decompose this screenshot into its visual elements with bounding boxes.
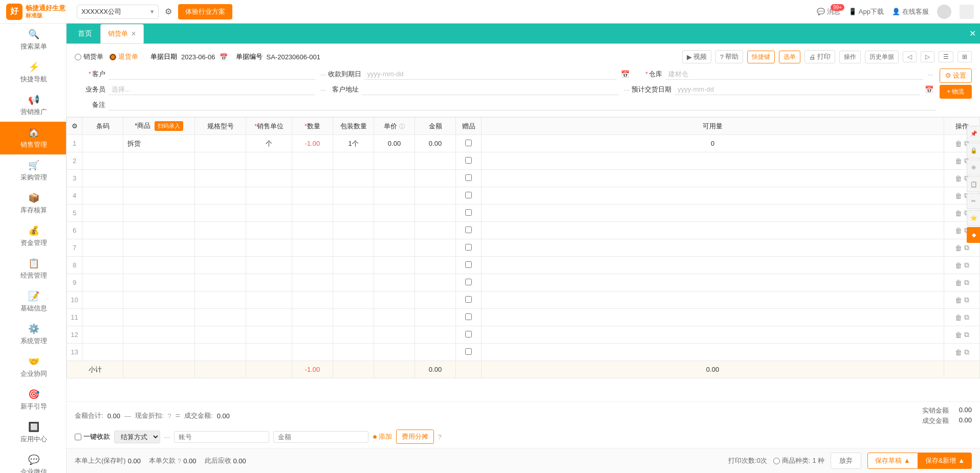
copy-row-btn[interactable]: ⧉ bbox=[964, 348, 969, 356]
delete-row-btn[interactable]: 🗑 bbox=[955, 296, 962, 304]
save-new-btn[interactable]: 保存&新增 ▲ bbox=[918, 453, 972, 469]
history-btn[interactable]: 历史单据 bbox=[865, 51, 899, 63]
sidebar-item-nav[interactable]: ⚡ 快捷导航 bbox=[0, 56, 66, 89]
warehouse-input[interactable] bbox=[665, 69, 923, 80]
cash-discount-help-icon[interactable]: ? bbox=[168, 412, 171, 420]
sidebar-item-guide[interactable]: 🎯 新手引导 bbox=[0, 384, 66, 416]
print-btn[interactable]: 🖨 打印 bbox=[804, 50, 835, 63]
sidebar-item-management[interactable]: 📋 经营管理 bbox=[0, 253, 66, 285]
sidebar-item-basics[interactable]: 📝 基础信息 bbox=[0, 285, 66, 318]
address-more-icon[interactable]: ··· bbox=[622, 86, 631, 94]
delete-row-btn[interactable]: 🗑 bbox=[955, 279, 962, 287]
grid-view-btn[interactable]: ⊞ bbox=[957, 51, 972, 62]
sidebar-item-finance[interactable]: 💰 资金管理 bbox=[0, 220, 66, 253]
gift-checkbox[interactable] bbox=[465, 296, 472, 303]
account-input[interactable] bbox=[174, 431, 269, 443]
delete-row-btn[interactable]: 🗑 bbox=[955, 261, 962, 269]
settings-btn[interactable]: ⚙ 设置 bbox=[940, 69, 972, 83]
radio-sales-input[interactable] bbox=[75, 54, 81, 60]
copy-row-btn[interactable]: ⧉ bbox=[964, 261, 969, 269]
tab-home[interactable]: 首页 bbox=[71, 24, 99, 44]
sidebar-item-inventory[interactable]: 📦 库存核算 bbox=[0, 187, 66, 220]
delete-row-btn[interactable]: 🗑 bbox=[955, 348, 962, 356]
delete-row-btn[interactable]: 🗑 bbox=[955, 192, 962, 200]
gift-checkbox[interactable] bbox=[465, 313, 472, 320]
copy-row-btn[interactable]: ⧉ bbox=[964, 243, 969, 252]
product-type-radio[interactable] bbox=[773, 458, 780, 464]
delete-row-btn[interactable]: 🗑 bbox=[955, 174, 962, 183]
payment-date-input[interactable] bbox=[364, 69, 616, 80]
prev-btn[interactable]: ◁ bbox=[903, 51, 917, 62]
gift-checkbox[interactable] bbox=[465, 192, 472, 198]
gift-checkbox[interactable] bbox=[465, 209, 472, 216]
gift-checkbox[interactable] bbox=[465, 261, 472, 268]
sidebar-item-marketing[interactable]: 📢 营销推广 bbox=[0, 89, 66, 122]
panel-btn-4[interactable]: 📋 bbox=[967, 176, 980, 192]
sidebar-item-system[interactable]: ⚙️ 系统管理 bbox=[0, 318, 66, 351]
panel-btn-7[interactable]: ◆ bbox=[967, 227, 980, 243]
radio-sales[interactable]: 销货单 bbox=[75, 52, 103, 61]
delete-row-btn[interactable]: 🗑 bbox=[955, 140, 962, 148]
expected-date-input[interactable] bbox=[674, 84, 920, 95]
address-input[interactable] bbox=[362, 84, 619, 95]
tab-close-icon[interactable]: ✕ bbox=[131, 30, 136, 37]
col-settings[interactable]: ⚙ bbox=[67, 118, 82, 135]
delete-row-btn[interactable]: 🗑 bbox=[955, 157, 962, 165]
sidebar-item-collab[interactable]: 🤝 企业协同 bbox=[0, 351, 66, 384]
delete-row-btn[interactable]: 🗑 bbox=[955, 313, 962, 322]
warehouse-more-icon[interactable]: ··· bbox=[926, 71, 935, 78]
remark-input[interactable] bbox=[108, 99, 935, 110]
gift-checkbox[interactable] bbox=[465, 227, 472, 233]
logistics-btn[interactable]: + 物流 bbox=[940, 85, 972, 99]
discard-btn[interactable]: 放弃 bbox=[831, 453, 861, 469]
app-download-button[interactable]: 📱 App下载 bbox=[848, 7, 884, 16]
panel-btn-1[interactable]: 📌 bbox=[967, 126, 980, 142]
copy-row-btn[interactable]: ⧉ bbox=[964, 278, 969, 287]
gift-checkbox[interactable] bbox=[465, 348, 472, 355]
delete-row-btn[interactable]: 🗑 bbox=[955, 331, 962, 339]
gift-checkbox[interactable] bbox=[465, 244, 472, 251]
avatar[interactable] bbox=[937, 5, 951, 19]
customer-more-icon[interactable]: ··· bbox=[318, 71, 328, 78]
payment-calendar-icon[interactable]: 📅 bbox=[619, 70, 631, 78]
salesperson-more-icon[interactable]: ··· bbox=[318, 86, 328, 94]
short-help-icon[interactable]: ? bbox=[178, 457, 181, 465]
save-draft-btn[interactable]: 保存草稿 ▲ bbox=[867, 453, 918, 469]
radio-return-input[interactable] bbox=[110, 54, 116, 60]
amount-input[interactable] bbox=[273, 431, 368, 443]
trial-button[interactable]: 体验行业方案 bbox=[178, 4, 232, 19]
panel-btn-6[interactable]: ⭐ bbox=[967, 210, 980, 226]
sidebar-item-sales[interactable]: 🏠 销售管理 bbox=[0, 122, 66, 154]
message-button[interactable]: 💬 消息 99+ bbox=[817, 7, 840, 16]
gift-checkbox[interactable] bbox=[465, 174, 472, 181]
sidebar-item-search[interactable]: 🔍 搜索菜单 bbox=[0, 24, 66, 56]
settlement-method-select[interactable]: 结算方式 bbox=[114, 431, 160, 443]
expense-btn[interactable]: 费用分摊 bbox=[396, 430, 434, 444]
delete-row-btn[interactable]: 🗑 bbox=[955, 244, 962, 252]
shortcut-btn[interactable]: 快捷键 bbox=[747, 51, 775, 63]
next-btn[interactable]: ▷ bbox=[921, 51, 934, 62]
sidebar-item-apps[interactable]: 🔲 应用中心 bbox=[0, 416, 66, 449]
help-btn[interactable]: ? 帮助 bbox=[715, 50, 743, 63]
tab-bar-close-icon[interactable]: ✕ bbox=[969, 29, 976, 38]
select-btn[interactable]: 选单 bbox=[779, 51, 800, 63]
customer-input[interactable] bbox=[108, 69, 315, 80]
settings-button[interactable]: ⚙ bbox=[163, 5, 174, 18]
delete-row-btn[interactable]: 🗑 bbox=[955, 227, 962, 235]
copy-row-btn[interactable]: ⧉ bbox=[964, 313, 969, 322]
gift-checkbox[interactable] bbox=[465, 279, 472, 285]
gift-checkbox[interactable] bbox=[465, 157, 472, 164]
expected-calendar-icon[interactable]: 📅 bbox=[923, 85, 935, 94]
sidebar-item-wechat[interactable]: 💬 企业微信 bbox=[0, 449, 66, 473]
gift-checkbox[interactable] bbox=[465, 140, 472, 146]
delete-row-btn[interactable]: 🗑 bbox=[955, 209, 962, 217]
expense-help-icon[interactable]: ? bbox=[438, 433, 442, 441]
one-click-payment-check[interactable]: 一键收款 bbox=[75, 432, 110, 441]
company-selector[interactable]: XXXXXX公司 ▾ bbox=[77, 5, 159, 19]
list-view-btn[interactable]: ☰ bbox=[939, 51, 953, 62]
copy-row-btn[interactable]: ⧉ bbox=[964, 330, 969, 339]
panel-btn-3[interactable]: ⊕ bbox=[967, 160, 980, 175]
add-payment-btn[interactable]: ● 添加 bbox=[373, 432, 392, 441]
panel-btn-5[interactable]: ✏ bbox=[967, 193, 980, 209]
gift-checkbox[interactable] bbox=[465, 331, 472, 337]
